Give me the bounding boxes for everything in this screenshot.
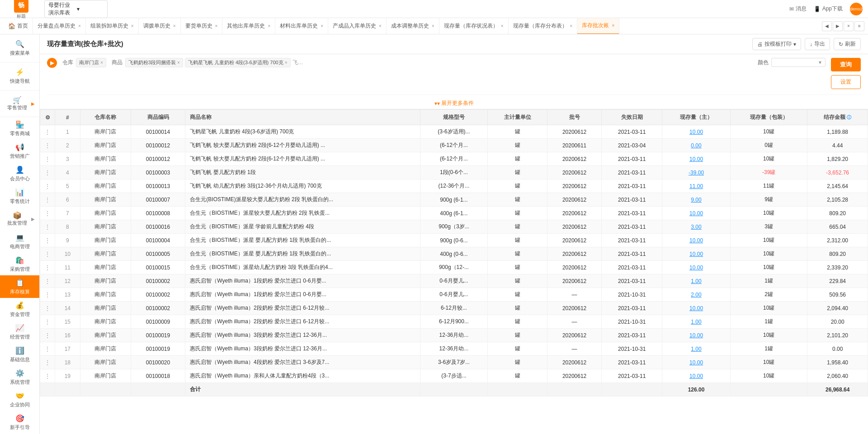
sidebar-item-operation[interactable]: 📈 经营管理 (0, 321, 39, 343)
cell-qty[interactable]: 1.00 (662, 274, 731, 288)
sidebar-item-retailstore[interactable]: 🏪 零售商城 (0, 117, 39, 140)
product-tag-2[interactable]: 飞鹤星飞帆 儿童奶粉 4段(3-6岁适用) 700克 × (185, 58, 291, 67)
tab-xianzailiang2[interactable]: 现存量（库存分布表） × (509, 18, 578, 34)
tab-chenben[interactable]: 成本调整单历史 × (387, 18, 439, 34)
export-button[interactable]: ↓ 导出 (805, 38, 830, 50)
cell-qty[interactable]: 1.00 (662, 342, 731, 356)
sidebar-item-stats[interactable]: 📊 零售统计 (0, 185, 39, 208)
cell-qty[interactable]: 10.00 (662, 207, 731, 220)
sidebar-item-enterprise[interactable]: 🤝 企业协同 (0, 388, 39, 411)
close-icon[interactable]: × (173, 24, 176, 28)
tab-cailiaochu[interactable]: 材料出库单历史 × (275, 18, 328, 34)
product-more-dots[interactable]: 飞… (292, 59, 303, 66)
cell-qty[interactable]: -39.00 (662, 166, 731, 179)
tab-next-button[interactable]: ▶ (833, 21, 843, 31)
sidebar-item-guide[interactable]: 🎯 新手引导 (0, 411, 39, 434)
cell-qty[interactable]: 10.00 (662, 234, 731, 247)
cell-qty[interactable]: 2.00 (662, 288, 731, 302)
sidebar-item-system[interactable]: ⚙️ 系统管理 (0, 366, 39, 388)
query-button[interactable]: 查询 (831, 58, 861, 71)
tab-prev-button[interactable]: ◀ (822, 21, 832, 31)
tab-qitachuku[interactable]: 其他出库单历史 × (222, 18, 275, 34)
expand-conditions-button[interactable]: ▾▾ 展开更多条件 (434, 99, 474, 107)
cell-settings[interactable]: ⋮ (40, 274, 55, 288)
close-icon[interactable]: × (501, 24, 504, 28)
sidebar-item-inventory[interactable]: 📋 库存核算 (0, 275, 39, 298)
cell-settings[interactable]: ⋮ (40, 220, 55, 234)
tab-home[interactable]: 🏠 首页 (4, 18, 33, 34)
color-dropdown[interactable]: ▾ (771, 58, 826, 67)
message-button[interactable]: ✉ 消息 (789, 5, 807, 13)
close-icon[interactable]: × (612, 23, 614, 28)
sidebar-item-retail[interactable]: 🛒 零售管理 ▶ (0, 92, 39, 115)
sidebar-item-wholesale[interactable]: 📦 批发管理 ▶ (0, 208, 39, 230)
cell-qty[interactable]: 10.00 (662, 261, 731, 274)
cell-settings[interactable]: ⋮ (40, 193, 55, 207)
sidebar-item-purchase[interactable]: 🛍️ 采购管理 (0, 253, 39, 275)
product-tag-1[interactable]: 飞鹤奶粉3段同捆搭装 × (125, 58, 183, 67)
cell-settings[interactable]: ⋮ (40, 315, 55, 329)
store-selector[interactable]: 母婴行业演示库表 ▾ (44, 0, 108, 18)
warehouse-tag[interactable]: 南岸门店 × (76, 58, 106, 67)
cell-settings[interactable]: ⋮ (40, 139, 55, 152)
refresh-button[interactable]: ↻ 刷新 (834, 38, 861, 50)
remove-tag-icon[interactable]: × (177, 60, 180, 65)
cell-settings[interactable]: ⋮ (40, 302, 55, 315)
cell-settings[interactable]: ⋮ (40, 288, 55, 302)
cell-settings[interactable]: ⋮ (40, 342, 55, 356)
th-settings[interactable]: ⚙ (40, 110, 55, 125)
cell-settings[interactable]: ⋮ (40, 152, 55, 166)
cell-qty[interactable]: 9.00 (662, 193, 731, 207)
print-button[interactable]: 🖨 按模板打印 ▾ (752, 38, 801, 50)
cell-qty[interactable]: 10.00 (662, 329, 731, 342)
cell-qty[interactable]: 10.00 (662, 247, 731, 261)
tab-close-button[interactable]: × (844, 21, 854, 31)
cell-qty[interactable]: 10.00 (662, 302, 731, 315)
sidebar-item-finance[interactable]: 💰 资金管理 (0, 298, 39, 321)
cell-settings[interactable]: ⋮ (40, 234, 55, 247)
close-icon[interactable]: × (321, 24, 323, 28)
filter-expand-arrow[interactable]: ▶ (47, 58, 57, 68)
cell-settings[interactable]: ⋮ (40, 166, 55, 179)
cell-settings[interactable]: ⋮ (40, 247, 55, 261)
remove-tag-icon[interactable]: × (100, 60, 103, 65)
tab-fenling[interactable]: 分量盘点单历史 × (33, 18, 86, 34)
cell-qty[interactable]: 10.00 (662, 152, 731, 166)
cell-settings[interactable]: ⋮ (40, 369, 55, 383)
tab-tiaobao[interactable]: 调拨单历史 × (139, 18, 181, 34)
user-avatar[interactable]: demo2 (850, 3, 863, 15)
cell-qty[interactable]: 1.00 (662, 315, 731, 329)
tab-yaohuo[interactable]: 要货单历史 × (181, 18, 223, 34)
close-icon[interactable]: × (570, 24, 573, 28)
close-icon[interactable]: × (379, 24, 382, 28)
sidebar-item-search[interactable]: 🔍 搜索菜单 (0, 36, 39, 60)
sidebar-item-ecommerce[interactable]: 💻 电商管理 (0, 230, 39, 253)
tab-zuchai[interactable]: 组装拆卸单历史 × (86, 18, 139, 34)
tab-kupicha[interactable]: 库存批次账 × (577, 18, 619, 34)
cell-settings[interactable]: ⋮ (40, 179, 55, 193)
close-icon[interactable]: × (432, 24, 434, 28)
cell-qty[interactable]: 0.00 (662, 139, 731, 152)
cell-qty[interactable]: 10.00 (662, 356, 731, 369)
sidebar-item-basic[interactable]: ℹ️ 基础信息 (0, 343, 39, 366)
cell-qty[interactable]: 10.00 (662, 125, 731, 139)
sidebar-item-quick[interactable]: ⚡ 快捷导航 (0, 64, 39, 88)
cell-qty[interactable]: 3.00 (662, 220, 731, 234)
tab-xianzailiang1[interactable]: 现存量（库存状况表） × (439, 18, 509, 34)
cell-qty[interactable]: 11.00 (662, 179, 731, 193)
sidebar-item-member[interactable]: 👤 会员中心 (0, 162, 39, 185)
cell-qty[interactable]: 10.00 (662, 369, 731, 383)
cell-settings[interactable]: ⋮ (40, 125, 55, 139)
setting-button[interactable]: 设置 (831, 75, 861, 89)
cell-settings[interactable]: ⋮ (40, 207, 55, 220)
close-icon[interactable]: × (215, 24, 218, 28)
cell-settings[interactable]: ⋮ (40, 261, 55, 274)
tab-menu-button[interactable]: ≡ (854, 21, 864, 31)
remove-tag-icon[interactable]: × (285, 60, 288, 65)
close-icon[interactable]: × (268, 24, 270, 28)
app-download-button[interactable]: 📱 App下载 (814, 5, 843, 13)
close-icon[interactable]: × (131, 24, 134, 28)
cell-settings[interactable]: ⋮ (40, 356, 55, 369)
tab-chengpinruku[interactable]: 产成品入库单历史 × (328, 18, 387, 34)
sidebar-item-marketing[interactable]: 📢 营销推广 (0, 140, 39, 162)
